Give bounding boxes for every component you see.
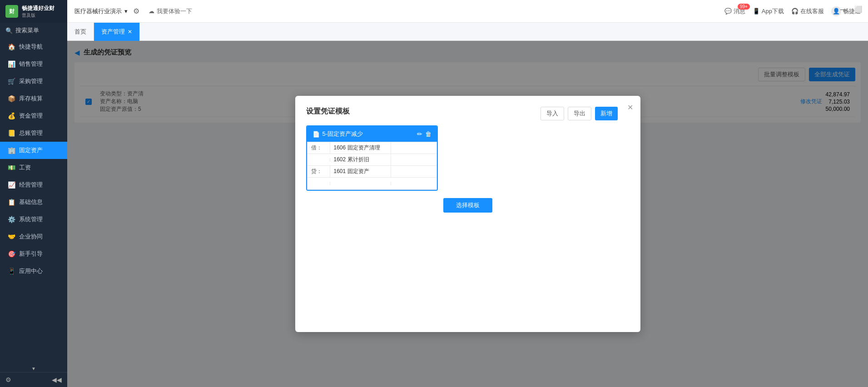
purchase-icon: 🛒 — [7, 77, 15, 85]
experience-btn[interactable]: ☁ 我要体验一下 — [149, 7, 192, 15]
template-row-4 — [308, 178, 436, 189]
logo-text: 畅捷通好业财 普及版 — [22, 5, 55, 19]
modal-title: 设置凭证模板 — [306, 107, 350, 116]
tabbar: 首页 资产管理 ✕ — ⬜ — [67, 23, 868, 41]
payroll-icon: 💵 — [7, 164, 15, 172]
template-name: 📄 5-固定资产减少 — [312, 130, 363, 138]
operations-icon: 📈 — [7, 181, 15, 189]
direction-1: 借： — [308, 142, 330, 154]
window-controls: — ⬜ — [837, 0, 868, 18]
main-area: 医疗器械行业演示 ▾ ⚙ ☁ 我要体验一下 💬 消息 99+ 📱 App下载 🎧… — [67, 0, 868, 387]
tab-close-icon[interactable]: ✕ — [128, 29, 132, 35]
modal-header: 设置凭证模板 导入 导出 新增 — [306, 107, 630, 116]
account-3: 1601 固定资产 — [330, 166, 391, 177]
messages-btn[interactable]: 💬 消息 99+ — [724, 7, 745, 15]
sidebar-logo: 财 畅捷通好业财 普及版 — [0, 0, 67, 23]
app-center-icon: 📱 — [7, 267, 15, 275]
company-dropdown-icon: ▾ — [124, 8, 128, 15]
account-2: 1602 累计折旧 — [330, 154, 391, 165]
select-template-btn[interactable]: 选择模板 — [443, 198, 492, 213]
modal-dialog: ✕ 设置凭证模板 导入 导出 新增 📄 5-固定资产减少 — [295, 96, 640, 332]
sidebar-item-purchase[interactable]: 🛒 采购管理 — [0, 73, 67, 90]
template-row-3: 贷： 1601 固定资产 — [308, 166, 436, 178]
fixed-assets-icon: 🏢 — [7, 146, 15, 154]
sidebar-item-inventory[interactable]: 📦 库存核算 — [0, 90, 67, 107]
template-edit-icon[interactable]: ✏ — [417, 130, 422, 138]
sales-icon: 📊 — [7, 60, 15, 68]
modal-overlay[interactable]: ✕ 设置凭证模板 导入 导出 新增 📄 5-固定资产减少 — [67, 41, 868, 387]
template-row-2: 1602 累计折旧 — [308, 154, 436, 166]
sidebar-item-payroll[interactable]: 💵 工资 — [0, 159, 67, 176]
sidebar-item-app-center[interactable]: 📱 应用中心 — [0, 263, 67, 280]
modal-close-btn[interactable]: ✕ — [627, 103, 633, 112]
direction-2 — [308, 158, 330, 162]
sidebar-scroll-down[interactable]: ▼ — [0, 365, 67, 372]
template-header-actions: ✏ 🗑 — [417, 130, 432, 138]
sidebar-item-guide[interactable]: 🎯 新手引导 — [0, 245, 67, 263]
sidebar-bottom: ⚙ ◀◀ — [0, 372, 67, 387]
sidebar-item-system[interactable]: ⚙️ 系统管理 — [0, 211, 67, 228]
message-icon: 💬 — [724, 8, 732, 15]
template-card: 📄 5-固定资产减少 ✏ 🗑 借： 1606 固定资产清理 — [306, 125, 438, 191]
new-template-btn[interactable]: 新增 — [595, 107, 618, 120]
online-service-btn[interactable]: 🎧 在线客服 — [791, 7, 824, 15]
logo-icon: 财 — [5, 5, 18, 18]
sidebar-item-ledger[interactable]: 📒 总账管理 — [0, 124, 67, 142]
app-download-icon: 📱 — [753, 8, 760, 15]
import-btn[interactable]: 导入 — [541, 107, 564, 120]
topbar-settings-icon[interactable]: ⚙ — [133, 7, 139, 15]
guide-icon: 🎯 — [7, 250, 15, 258]
funds-icon: 💰 — [7, 112, 15, 120]
sidebar-search[interactable]: 🔍 搜索菜单 — [0, 23, 67, 38]
sidebar-nav: 🏠 快捷导航 📊 销售管理 🛒 采购管理 📦 库存核算 💰 资金管理 📒 总账管… — [0, 38, 67, 365]
home-icon: 🏠 — [7, 43, 15, 51]
service-icon: 🎧 — [791, 8, 799, 15]
page-content: ◀ 生成的凭证预览 批量调整模板 全部生成凭证 ✓ 变动类型：资产清 资产名称 — [67, 41, 868, 387]
template-row-1: 借： 1606 固定资产清理 — [308, 142, 436, 154]
sidebar-item-sales[interactable]: 📊 销售管理 — [0, 55, 67, 73]
export-btn[interactable]: 导出 — [568, 107, 591, 120]
sidebar: 财 畅捷通好业财 普及版 🔍 搜索菜单 🏠 快捷导航 📊 销售管理 🛒 采购管理… — [0, 0, 67, 387]
sidebar-item-operations[interactable]: 📈 经营管理 — [0, 176, 67, 194]
tab-asset-mgmt[interactable]: 资产管理 ✕ — [94, 23, 140, 41]
sidebar-item-quicknav[interactable]: 🏠 快捷导航 — [0, 38, 67, 55]
window-minimize-btn[interactable]: — — [837, 3, 850, 15]
inventory-icon: 📦 — [7, 94, 15, 103]
search-icon: 🔍 — [5, 27, 13, 34]
sidebar-item-base-info[interactable]: 📋 基础信息 — [0, 194, 67, 211]
direction-3: 贷： — [308, 166, 330, 177]
account-1: 1606 固定资产清理 — [330, 142, 391, 154]
template-card-header: 📄 5-固定资产减少 ✏ 🗑 — [307, 126, 437, 142]
template-delete-icon[interactable]: 🗑 — [425, 130, 432, 138]
sidebar-item-funds[interactable]: 💰 资金管理 — [0, 107, 67, 124]
template-doc-icon: 📄 — [312, 131, 320, 138]
sidebar-item-fixed-assets[interactable]: 🏢 固定资产 — [0, 142, 67, 159]
bottom-settings-icon[interactable]: ⚙ — [5, 376, 11, 383]
window-maximize-btn[interactable]: ⬜ — [852, 3, 864, 15]
sidebar-item-enterprise[interactable]: 🤝 企业协同 — [0, 228, 67, 245]
tab-home[interactable]: 首页 — [67, 23, 94, 41]
account-4 — [330, 182, 391, 185]
app-download-btn[interactable]: 📱 App下载 — [753, 7, 784, 15]
enterprise-icon: 🤝 — [7, 233, 15, 241]
template-grid: 借： 1606 固定资产清理 1602 累计折旧 贷： — [307, 142, 437, 190]
system-icon: ⚙️ — [7, 215, 15, 223]
experience-icon: ☁ — [149, 8, 154, 15]
sidebar-collapse-icon[interactable]: ◀◀ — [52, 376, 62, 383]
ledger-icon: 📒 — [7, 129, 15, 137]
topbar: 医疗器械行业演示 ▾ ⚙ ☁ 我要体验一下 💬 消息 99+ 📱 App下载 🎧… — [67, 0, 868, 23]
modal-actions: 导入 导出 新增 — [541, 107, 618, 120]
direction-4 — [308, 182, 330, 185]
base-info-icon: 📋 — [7, 198, 15, 206]
company-selector[interactable]: 医疗器械行业演示 ▾ — [74, 7, 128, 15]
